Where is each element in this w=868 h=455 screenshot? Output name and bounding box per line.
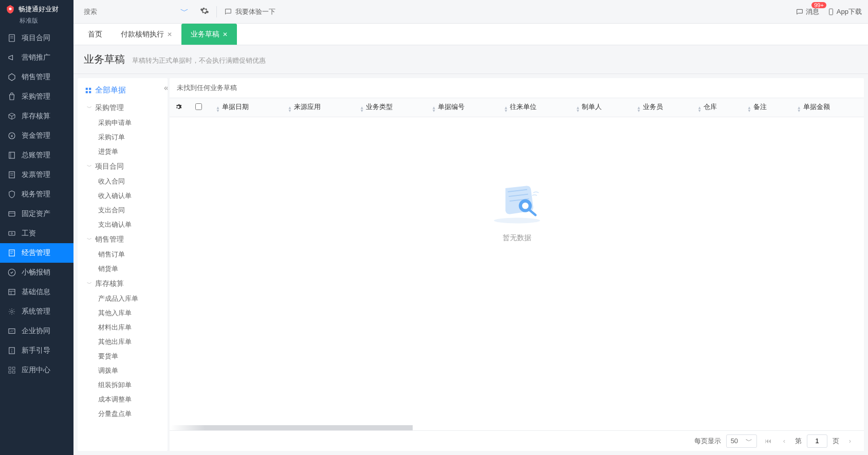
checkbox[interactable] [195, 103, 202, 110]
tab-2[interactable]: 业务草稿✕ [181, 24, 237, 45]
svg-rect-15 [9, 250, 15, 256]
category-item-1-3[interactable]: 支出确认单 [78, 217, 168, 232]
app-download-button[interactable]: App下载 [827, 7, 862, 16]
tab-bar: 首页付款核销执行✕业务草稿✕ [73, 24, 868, 45]
sidebar-item-13[interactable]: 基础信息 [0, 282, 73, 302]
close-icon[interactable]: ✕ [223, 31, 228, 38]
category-group-3[interactable]: ﹀库存核算 [78, 276, 168, 292]
empty-state: 暂无数据 [170, 117, 864, 304]
topbar: ﹀ 我要体验一下 消息 99+ App下载 [73, 0, 868, 24]
sidebar-item-9[interactable]: 固定资产 [0, 204, 73, 224]
category-item-3-4[interactable]: 要货单 [78, 349, 168, 363]
sidebar-item-16[interactable]: 新手引导 [0, 341, 73, 360]
sidebar-item-label: 发票管理 [22, 170, 50, 179]
invoice-icon [7, 170, 16, 179]
category-item-3-8[interactable]: 分量盘点单 [78, 407, 168, 421]
category-item-3-0[interactable]: 产成品入库单 [78, 292, 168, 306]
category-item-2-0[interactable]: 销售订单 [78, 247, 168, 262]
sidebar-item-1[interactable]: 营销推广 [0, 48, 73, 67]
page-size-value: 50 [731, 437, 738, 445]
experience-link[interactable]: 我要体验一下 [224, 7, 275, 16]
prev-page-button[interactable]: ‹ [779, 435, 790, 447]
sidebar-item-11[interactable]: 经营管理 [0, 243, 73, 263]
page-number-input[interactable] [807, 434, 827, 448]
category-item-3-5[interactable]: 调拨单 [78, 363, 168, 378]
column-header-0[interactable]: ▲▼单据日期 [211, 98, 283, 117]
column-header-6[interactable]: ▲▼业务员 [632, 98, 692, 117]
svg-line-39 [530, 210, 535, 215]
horizontal-scrollbar[interactable] [171, 425, 863, 430]
category-item-3-7[interactable]: 成本调整单 [78, 392, 168, 407]
category-item-2-1[interactable]: 销货单 [78, 262, 168, 276]
close-icon[interactable]: ✕ [167, 31, 172, 38]
search-input[interactable] [84, 8, 166, 15]
category-item-1-2[interactable]: 支出合同 [78, 203, 168, 217]
category-group-2[interactable]: ﹀销售管理 [78, 232, 168, 247]
chevron-down-icon: ﹀ [87, 104, 92, 112]
svg-rect-35 [89, 91, 91, 93]
data-panel: 未找到任何业务草稿 ▲▼单据日期▲▼来源应用▲▼业务类型▲▼单据编号▲▼往来单位… [170, 78, 864, 451]
svg-point-0 [9, 8, 12, 10]
sidebar-item-15[interactable]: 企业协同 [0, 321, 73, 341]
sidebar-item-5[interactable]: ¥资金管理 [0, 126, 73, 145]
next-page-button[interactable]: › [844, 435, 856, 447]
sidebar-item-4[interactable]: 库存核算 [0, 106, 73, 126]
tab-1[interactable]: 付款核销执行✕ [112, 24, 181, 45]
sidebar-item-7[interactable]: 发票管理 [0, 165, 73, 185]
collapse-panel-icon[interactable]: « [164, 83, 168, 93]
all-docs-button[interactable]: 全部单据 [85, 85, 126, 95]
category-item-0-2[interactable]: 进货单 [78, 144, 168, 159]
column-label: 来源应用 [294, 103, 321, 111]
category-item-1-1[interactable]: 收入确认单 [78, 189, 168, 203]
sidebar-item-10[interactable]: 工资 [0, 224, 73, 243]
sidebar-item-8[interactable]: 税务管理 [0, 185, 73, 204]
settings-gear-icon[interactable] [200, 6, 209, 17]
category-group-label: 采购管理 [95, 103, 124, 113]
category-item-1-0[interactable]: 收入合同 [78, 174, 168, 189]
box-icon [7, 112, 16, 121]
message-icon [796, 8, 804, 16]
column-label: 仓库 [704, 103, 717, 111]
page-size-select[interactable]: 50 ﹀ [726, 434, 757, 448]
category-group-0[interactable]: ﹀采购管理 [78, 100, 168, 116]
category-item-0-1[interactable]: 采购订单 [78, 130, 168, 144]
column-header-5[interactable]: ▲▼制单人 [571, 98, 632, 117]
sidebar-item-label: 工资 [22, 229, 36, 238]
sidebar-item-0[interactable]: 项目合同 [0, 28, 73, 48]
column-header-9[interactable]: ▲▼单据金额 [792, 98, 864, 117]
category-group-1[interactable]: ﹀项目合同 [78, 159, 168, 174]
page-prefix: 第 [795, 436, 802, 446]
column-header-7[interactable]: ▲▼仓库 [692, 98, 742, 117]
sort-icon: ▲▼ [216, 106, 220, 113]
sidebar-item-12[interactable]: 小畅报销 [0, 263, 73, 282]
sidebar-item-17[interactable]: 应用中心 [0, 360, 73, 380]
table-settings-button[interactable] [170, 98, 190, 117]
sidebar-item-label: 总账管理 [22, 151, 50, 160]
category-group-label: 库存核算 [95, 279, 124, 288]
svg-text:¥: ¥ [11, 134, 13, 138]
search-box[interactable]: ﹀ [80, 4, 193, 19]
chevron-down-icon[interactable]: ﹀ [180, 6, 189, 17]
messages-button[interactable]: 消息 99+ [796, 7, 819, 16]
main-area: ﹀ 我要体验一下 消息 99+ App下载 首页付款核销执行✕业务草稿✕ 业务草… [73, 0, 868, 455]
category-item-3-3[interactable]: 其他出库单 [78, 335, 168, 349]
tab-0[interactable]: 首页 [79, 24, 112, 45]
category-item-3-1[interactable]: 其他入库单 [78, 306, 168, 320]
select-all-checkbox[interactable] [190, 98, 211, 117]
sidebar-item-label: 基础信息 [22, 287, 50, 297]
column-header-8[interactable]: ▲▼备注 [742, 98, 792, 117]
sidebar-item-6[interactable]: 总账管理 [0, 145, 73, 165]
column-header-1[interactable]: ▲▼来源应用 [283, 98, 355, 117]
sort-icon: ▲▼ [576, 106, 580, 113]
sidebar-item-14[interactable]: 系统管理 [0, 302, 73, 321]
column-header-4[interactable]: ▲▼往来单位 [498, 98, 570, 117]
sidebar-item-3[interactable]: 采购管理 [0, 87, 73, 106]
collab-icon [7, 326, 16, 336]
sidebar-item-2[interactable]: 销售管理 [0, 67, 73, 87]
column-header-2[interactable]: ▲▼业务类型 [355, 98, 427, 117]
category-item-0-0[interactable]: 采购申请单 [78, 116, 168, 130]
category-item-3-2[interactable]: 材料出库单 [78, 320, 168, 335]
category-item-3-6[interactable]: 组装拆卸单 [78, 378, 168, 392]
first-page-button[interactable]: ⏮ [762, 435, 773, 447]
column-header-3[interactable]: ▲▼单据编号 [427, 98, 498, 117]
